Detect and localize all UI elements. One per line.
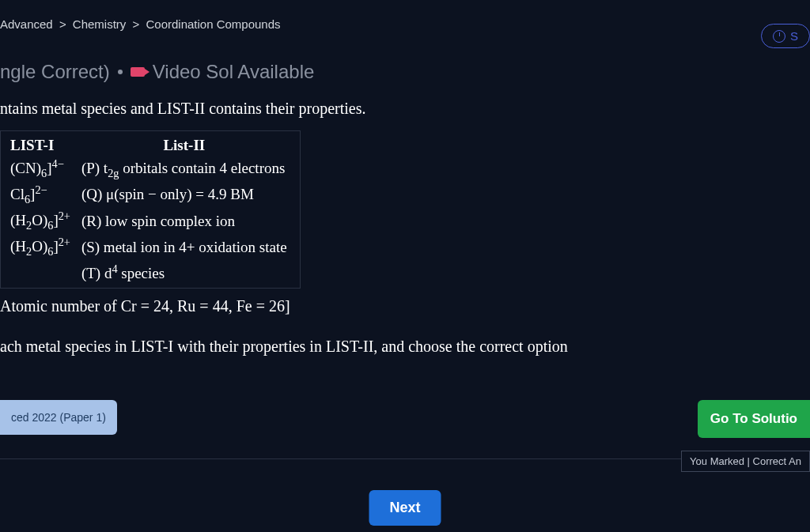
list1-header: LIST-I (6, 136, 75, 155)
question-intro: ntains metal species and LIST-II contain… (0, 97, 810, 119)
list2-item: (Q) μ(spin − only) = 4.9 BM (77, 183, 292, 207)
question-instruction: ach metal species in LIST-I with their p… (0, 338, 810, 356)
match-table: LIST-I List-II (CN)6]4− (P) t2g orbitals… (0, 130, 301, 289)
question-type-row: ngle Correct) Video Sol Available (0, 61, 810, 83)
table-row: (H2O)6]2+ (R) low spin complex ion (6, 209, 292, 233)
list2-item: (R) low spin complex ion (77, 209, 292, 233)
breadcrumb-topic[interactable]: Coordination Compounds (146, 17, 280, 31)
next-button[interactable]: Next (369, 490, 441, 526)
breadcrumb-advanced[interactable]: Advanced (0, 17, 53, 31)
timer-text: S (790, 29, 798, 43)
list1-item: (CN)6]4− (6, 157, 75, 181)
marked-correct-chip[interactable]: You Marked | Correct An (681, 451, 810, 472)
breadcrumb-chemistry[interactable]: Chemistry (73, 17, 127, 31)
separator-dot-icon (118, 70, 123, 74)
breadcrumb-sep: > (59, 17, 66, 31)
atomic-number-note: Atomic number of Cr = 24, Ru = 44, Fe = … (0, 295, 810, 317)
list1-item: (H2O)6]2+ (6, 235, 75, 259)
list2-header: List-II (77, 136, 292, 155)
breadcrumb-sep: > (133, 17, 140, 31)
video-icon (131, 67, 145, 77)
video-sol-label: Video Sol Available (153, 61, 315, 83)
table-row: (H2O)6]2+ (S) metal ion in 4+ oxidation … (6, 235, 292, 259)
list1-item: Cl6]2− (6, 183, 75, 207)
go-to-solution-button[interactable]: Go To Solutio (698, 400, 810, 438)
list2-item: (T) d4 species (77, 262, 292, 283)
table-row: (CN)6]4− (P) t2g orbitals contain 4 elec… (6, 157, 292, 181)
clock-icon (773, 30, 785, 43)
list2-item: (S) metal ion in 4+ oxidation state (77, 235, 292, 259)
breadcrumb: Advanced > Chemistry > Coordination Comp… (0, 0, 810, 31)
table-row: (T) d4 species (6, 262, 292, 283)
list2-item: (P) t2g orbitals contain 4 electrons (77, 157, 292, 181)
table-row: Cl6]2− (Q) μ(spin − only) = 4.9 BM (6, 183, 292, 207)
timer-button[interactable]: S (761, 24, 810, 48)
list1-item: (H2O)6]2+ (6, 209, 75, 233)
source-chip[interactable]: ced 2022 (Paper 1) (0, 400, 117, 435)
question-type-label: ngle Correct) (0, 61, 110, 83)
